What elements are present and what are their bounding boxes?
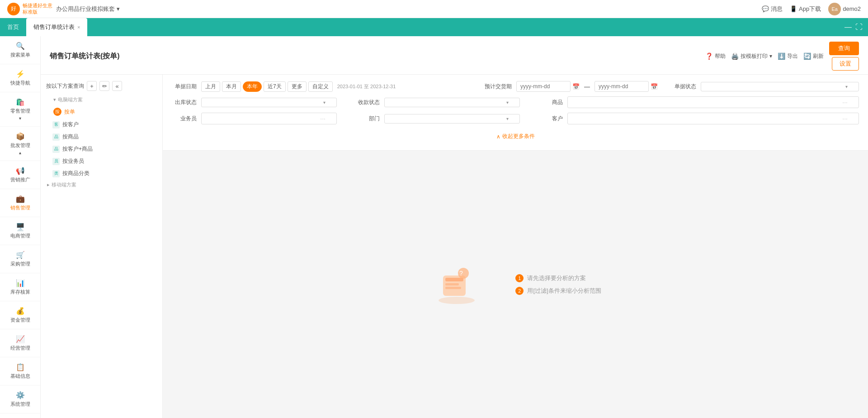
app-download-btn[interactable]: 📱 App下载 xyxy=(790,5,821,13)
scheme-by-order[interactable]: 按 按单 xyxy=(47,105,162,119)
sidebar-item-enterprise[interactable]: 🤝 企业协同 xyxy=(0,413,40,418)
date-btn-more[interactable]: 更多 xyxy=(288,81,307,92)
user-avatar: Ea xyxy=(828,3,841,15)
content-area: 销售订单统计表(按单) ❓ 帮助 🖨️ 按模板打印 ▾ ⬇️ 导出 🔄 刷新 xyxy=(41,36,868,418)
left-scheme-panel: 按以下方案查询 + ✏ « ▾ 电脑端方案 按 按单 客 xyxy=(41,75,163,418)
tab-sales-stat[interactable]: 销售订单统计表 × xyxy=(26,18,87,36)
expand-icon[interactable]: ⛶ xyxy=(855,23,863,31)
filter-row-2: 出库状态 ▾ 收款状态 ▾ 商品 ··· xyxy=(172,96,859,108)
sidebar-label-sales: 销售管理 xyxy=(10,204,30,211)
sidebar-label-purchase: 采购管理 xyxy=(10,261,30,267)
user-name: demo2 xyxy=(843,5,861,12)
salesperson-label: 业务员 xyxy=(172,115,197,123)
by-cust-prod-icon: 品 xyxy=(52,146,60,153)
scheme-by-customer-label: 按客户 xyxy=(62,121,79,128)
collapse-bar[interactable]: ∧ 收起更多条件 xyxy=(172,129,859,144)
retail-icon: 🛍️ xyxy=(16,98,25,106)
customer-select[interactable]: ··· xyxy=(567,113,859,124)
salesperson-select[interactable]: ··· xyxy=(201,113,337,124)
scheme-by-product[interactable]: 品 按商品 xyxy=(47,131,162,143)
collapse-scheme-btn[interactable]: « xyxy=(112,81,122,91)
main-layout: 🔍 搜索菜单 ⚡ 快捷导航 🛍️ 零售管理 ▾ 📦 批发管理 ▴ 📢 营销推广 … xyxy=(0,36,868,418)
sidebar-label-inventory: 库存核算 xyxy=(10,289,30,295)
hint-text-2: 用[过滤]条件来缩小分析范围 xyxy=(527,287,601,295)
edit-scheme-btn[interactable]: ✏ xyxy=(99,81,109,91)
empty-hint-2: 2 用[过滤]条件来缩小分析范围 xyxy=(515,287,601,295)
wholesale-icon: 📦 xyxy=(16,132,25,141)
export-btn[interactable]: ⬇️ 导出 xyxy=(778,52,798,60)
dept-label: 部门 xyxy=(355,115,380,123)
sidebar-label-quicknav: 快捷导航 xyxy=(10,80,30,86)
help-btn[interactable]: ❓ 帮助 xyxy=(705,52,726,60)
tab-home[interactable]: 首页 xyxy=(0,18,26,36)
sidebar-item-inventory[interactable]: 📊 库存核算 xyxy=(0,273,40,301)
product-select[interactable]: ··· xyxy=(567,96,859,108)
customer-dots-icon[interactable]: ··· xyxy=(842,115,848,122)
sidebar-item-finance[interactable]: 💰 资金管理 xyxy=(0,301,40,329)
ship-status-select[interactable]: ▾ xyxy=(201,98,337,107)
date-shortcuts: 上月 本月 本年 近7天 更多 自定义 xyxy=(201,81,333,92)
close-tab-icon[interactable]: × xyxy=(77,24,80,30)
user-area[interactable]: Ea demo2 xyxy=(828,3,861,15)
retail-arrow-icon: ▾ xyxy=(19,116,21,121)
marketing-icon: 📢 xyxy=(16,166,25,175)
sidebar-item-basic[interactable]: 📋 基础信息 xyxy=(0,357,40,385)
settings-button[interactable]: 设置 xyxy=(832,57,859,71)
inventory-icon: 📊 xyxy=(16,279,25,287)
page-title: 销售订单统计表(按单) xyxy=(50,52,120,61)
workspace-arrow-icon: ▾ xyxy=(117,5,120,12)
date-btn-last-month[interactable]: 上月 xyxy=(201,81,220,92)
sales-icon: 💼 xyxy=(16,195,25,203)
expected-date-start-input[interactable] xyxy=(516,81,571,92)
message-btn[interactable]: 💬 消息 xyxy=(762,5,783,13)
purchase-icon: 🛒 xyxy=(16,251,25,259)
salesperson-dots-icon[interactable]: ··· xyxy=(320,115,326,122)
print-arrow-icon: ▾ xyxy=(769,53,772,59)
payment-status-select[interactable]: ▾ xyxy=(384,98,520,107)
sidebar-item-quicknav[interactable]: ⚡ 快捷导航 xyxy=(0,64,40,92)
sidebar-item-wholesale[interactable]: 📦 批发管理 ▴ xyxy=(0,127,40,161)
empty-illustration: ? xyxy=(429,262,484,307)
date-btn-this-year[interactable]: 本年 xyxy=(243,81,262,92)
quicknav-icon: ⚡ xyxy=(16,70,25,78)
pc-scheme-group: ▾ 电脑端方案 按 按单 客 按客户 品 按商品 xyxy=(41,95,162,180)
help-label: 帮助 xyxy=(715,52,726,60)
svg-rect-3 xyxy=(445,283,459,285)
sidebar-item-ecommerce[interactable]: 🖥️ 电商管理 xyxy=(0,217,40,245)
doc-status-select[interactable]: ▾ xyxy=(701,82,859,91)
search-icon: 🔍 xyxy=(16,42,25,50)
mobile-group-toggle[interactable]: ▸ 移动端方案 xyxy=(41,180,162,190)
scheme-header-label: 按以下方案查询 xyxy=(46,82,84,90)
template-print-btn[interactable]: 🖨️ 按模板打印 ▾ xyxy=(731,52,772,60)
scheme-by-salesperson[interactable]: 员 按业务员 xyxy=(47,155,162,167)
date-btn-this-month[interactable]: 本月 xyxy=(222,81,241,92)
group-arrow-icon: ▾ xyxy=(53,97,56,103)
minimize-icon[interactable]: — xyxy=(844,23,852,31)
product-dots-icon[interactable]: ··· xyxy=(842,99,848,106)
date-btn-last-7[interactable]: 近7天 xyxy=(264,81,286,92)
pc-group-label: 电脑端方案 xyxy=(58,96,83,103)
sidebar-item-marketing[interactable]: 📢 营销推广 xyxy=(0,161,40,189)
add-scheme-btn[interactable]: + xyxy=(87,81,97,91)
calendar-start-icon[interactable]: 📅 xyxy=(572,83,580,90)
sidebar-item-purchase[interactable]: 🛒 采购管理 xyxy=(0,245,40,273)
expected-date-end-input[interactable] xyxy=(594,81,649,92)
date-btn-custom[interactable]: 自定义 xyxy=(308,81,333,92)
workspace-selector[interactable]: 办公用品行业模拟账套 ▾ xyxy=(56,5,120,13)
sidebar-item-operations[interactable]: 📈 经营管理 xyxy=(0,329,40,357)
refresh-btn[interactable]: 🔄 刷新 xyxy=(803,52,824,60)
filter-row-1: 单据日期 上月 本月 本年 近7天 更多 自定义 2023-01-01 至 20… xyxy=(172,81,859,92)
dept-select[interactable]: ▾ xyxy=(384,114,520,124)
pc-group-toggle[interactable]: ▾ 电脑端方案 xyxy=(47,95,162,105)
sidebar-item-retail[interactable]: 🛍️ 零售管理 ▾ xyxy=(0,92,40,127)
sidebar-item-system[interactable]: ⚙️ 系统管理 xyxy=(0,385,40,413)
sidebar-label-operations: 经营管理 xyxy=(10,345,30,352)
query-button[interactable]: 查询 xyxy=(829,42,859,55)
sidebar-item-search[interactable]: 🔍 搜索菜单 xyxy=(0,36,40,64)
product-label: 商品 xyxy=(538,99,563,106)
calendar-end-icon[interactable]: 📅 xyxy=(651,83,658,90)
scheme-by-category[interactable]: 类 按商品分类 xyxy=(47,167,162,180)
scheme-by-customer[interactable]: 客 按客户 xyxy=(47,119,162,131)
sidebar-item-sales[interactable]: 💼 销售管理 xyxy=(0,189,40,217)
scheme-by-cust-prod[interactable]: 品 按客户+商品 xyxy=(47,143,162,155)
